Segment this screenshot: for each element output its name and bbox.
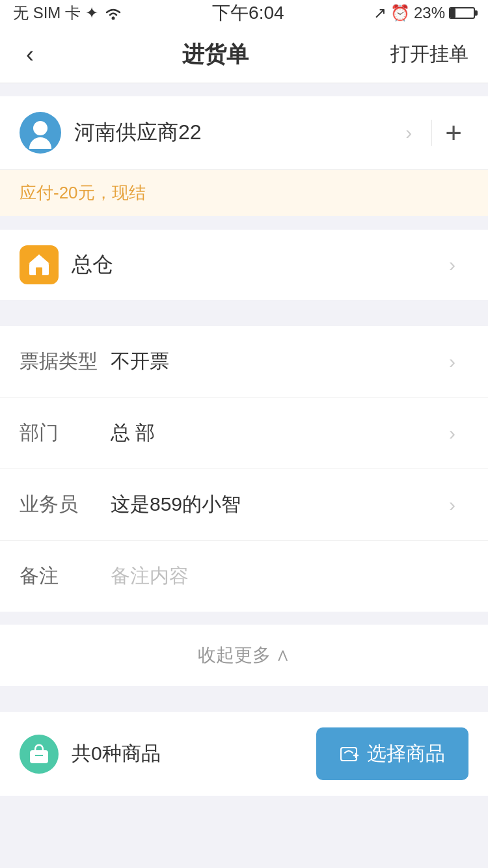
signal-text: 无 SIM 卡 ✦ — [13, 3, 98, 23]
product-count-text: 共0种商品 — [72, 740, 303, 767]
department-chevron-icon: › — [449, 422, 455, 444]
remark-row[interactable]: 备注 备注内容 — [0, 541, 488, 612]
supplier-row[interactable]: 河南供应商22 › + — [0, 96, 488, 170]
back-button[interactable]: ‹ — [20, 34, 40, 75]
gap-3 — [0, 300, 488, 313]
select-product-icon — [340, 744, 360, 765]
status-bar: 无 SIM 卡 ✦ 下午6:04 ↗ ⏰ 23% — [0, 0, 488, 26]
gap-4 — [0, 686, 488, 699]
notice-text: 应付-20元，现结 — [20, 183, 146, 202]
svg-marker-2 — [29, 254, 49, 264]
svg-rect-4 — [30, 750, 48, 763]
nav-bar: ‹ 进货单 打开挂单 — [0, 26, 488, 83]
invoice-type-label: 票据类型 — [20, 348, 98, 375]
supplier-section: 河南供应商22 › + 应付-20元，现结 — [0, 96, 488, 216]
form-section: 票据类型 不开票 › 部门 总 部 › 业务员 这是859的小智 › 备注 备注… — [0, 326, 488, 612]
department-label: 部门 — [20, 420, 98, 446]
warehouse-icon — [27, 253, 51, 277]
page-background — [0, 796, 488, 868]
warehouse-chevron-icon: › — [449, 254, 455, 276]
svg-rect-6 — [341, 748, 357, 761]
select-product-button[interactable]: 选择商品 — [316, 727, 468, 780]
remark-label: 备注 — [20, 563, 98, 590]
gap-1 — [0, 83, 488, 96]
collapse-row[interactable]: 收起更多 ∧ — [0, 625, 488, 686]
invoice-type-value: 不开票 — [98, 348, 449, 375]
svg-rect-3 — [36, 267, 42, 275]
invoice-type-row[interactable]: 票据类型 不开票 › — [0, 326, 488, 398]
salesperson-chevron-icon: › — [449, 494, 455, 516]
bottom-toolbar: 共0种商品 选择商品 — [0, 712, 488, 796]
product-bag-icon — [27, 742, 51, 766]
salesperson-value: 这是859的小智 — [98, 491, 449, 518]
status-right: ↗ ⏰ 23% — [373, 4, 475, 22]
salesperson-label: 业务员 — [20, 491, 98, 518]
location-icon: ↗ — [373, 4, 386, 22]
status-left: 无 SIM 卡 ✦ — [13, 3, 123, 23]
supplier-avatar — [20, 112, 61, 154]
status-time: 下午6:04 — [212, 1, 284, 25]
supplier-name: 河南供应商22 — [74, 118, 405, 147]
warehouse-icon-wrap — [20, 245, 59, 284]
battery-percent: 23% — [414, 4, 445, 22]
vertical-divider — [431, 120, 432, 146]
remark-placeholder[interactable]: 备注内容 — [98, 563, 468, 590]
supplier-chevron-icon: › — [405, 122, 412, 144]
salesperson-row[interactable]: 业务员 这是859的小智 › — [0, 469, 488, 541]
gap-2 — [0, 216, 488, 229]
warehouse-name: 总仓 — [72, 251, 449, 279]
battery-icon — [449, 7, 475, 19]
add-supplier-button[interactable]: + — [439, 113, 468, 152]
department-value: 总 部 — [98, 420, 449, 446]
wifi-icon — [103, 6, 123, 20]
alarm-icon: ⏰ — [390, 4, 410, 22]
warehouse-row[interactable]: 总仓 › — [0, 230, 488, 300]
page-title: 进货单 — [182, 40, 249, 70]
select-product-label: 选择商品 — [367, 740, 445, 767]
department-row[interactable]: 部门 总 部 › — [0, 398, 488, 469]
invoice-type-chevron-icon: › — [449, 351, 455, 373]
avatar-person-icon — [29, 121, 52, 144]
product-icon-wrap — [20, 735, 59, 774]
open-hang-button[interactable]: 打开挂单 — [390, 41, 468, 68]
svg-point-0 — [111, 17, 115, 20]
notice-bar: 应付-20元，现结 — [0, 170, 488, 216]
collapse-label: 收起更多 ∧ — [198, 645, 291, 665]
